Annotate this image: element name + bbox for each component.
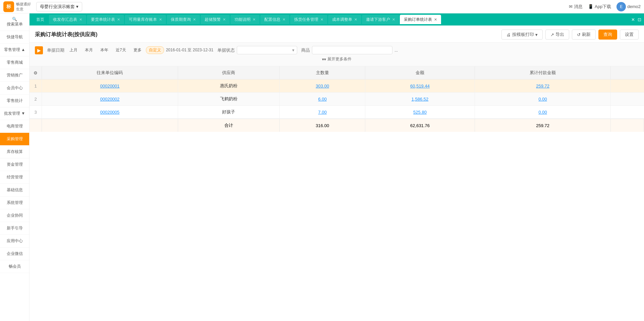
tab-bar: 首页 收发存汇总表 ✕ 要货单统计表 ✕ 可用量库存账本 ✕ 保质期查询 ✕ 超… — [30, 13, 644, 25]
sidebar-item-vip[interactable]: 畅会员 — [0, 260, 29, 273]
tab-close-icon[interactable]: ✕ — [253, 17, 256, 22]
tab-close-icon[interactable]: ✕ — [320, 17, 323, 22]
sidebar-item-quick-nav[interactable]: 快捷导航 — [0, 31, 29, 44]
sidebar-item-retail-shop[interactable]: 零售商城 — [0, 56, 29, 69]
table-row: 3 00020005 好孩子 7.00 525.80 0.00 — [30, 106, 644, 119]
last-7-days-btn[interactable]: 近7天 — [113, 46, 129, 54]
filter-row: ▶ 单据日期 上月 本月 本年 近7天 更多 自定义 2016-01-01 — [35, 46, 639, 54]
sidebar-item-purchase[interactable]: 采购管理 — [0, 133, 29, 146]
footer-label-cell: 合计 — [178, 119, 279, 132]
tab-config-info[interactable]: 配置信息 ✕ — [260, 15, 289, 24]
tab-purchase-stats[interactable]: 采购订单统计表 ✕ — [400, 15, 441, 24]
row-quantity-cell: 7.00 — [280, 106, 365, 119]
sidebar-item-ecommerce[interactable]: 电商管理 — [0, 120, 29, 133]
tab-close-icon[interactable]: ✕ — [117, 17, 120, 22]
footer-empty-cell2 — [42, 119, 178, 132]
user-menu[interactable]: E demo2 — [616, 2, 641, 11]
query-btn[interactable]: 查询 — [598, 30, 617, 40]
settings-btn[interactable]: 设置 — [620, 30, 639, 40]
last-month-btn[interactable]: 上月 — [66, 46, 80, 54]
table-container: ⚙ 往来单位编码 供应商 主数量 金额 累计付款金额 1 00020001 — [30, 66, 644, 321]
more-filter-btn[interactable]: ... — [394, 48, 398, 53]
tab-inventory-ledger[interactable]: 可用量库存账本 ✕ — [125, 15, 166, 24]
settings-column-header[interactable]: ⚙ — [30, 66, 42, 79]
custom-date-btn[interactable]: 自定义 — [146, 46, 164, 54]
sidebar-item-search[interactable]: 🔍 搜索菜单 — [0, 13, 29, 31]
tab-bar-actions: ✕ ⊡ — [631, 17, 641, 22]
tab-home[interactable]: 首页 — [32, 15, 48, 24]
tab-task-mgmt[interactable]: 拣货任务管理 ✕ — [290, 15, 327, 24]
toggle-filter-btn[interactable]: ▶ — [35, 46, 43, 54]
row-code-cell: 00020005 — [42, 106, 178, 119]
refresh-icon: ↺ — [577, 32, 581, 37]
row-extra-cell — [611, 93, 644, 106]
goods-filter-group: 商品 ... — [301, 46, 398, 54]
sidebar-item-finance[interactable]: 资金管理 — [0, 158, 29, 171]
message-btn[interactable]: ✉ 消息 — [569, 4, 583, 10]
sidebar-item-inventory[interactable]: 库存核算 — [0, 146, 29, 158]
logo-icon: 标 — [3, 1, 14, 12]
expand-conditions-btn[interactable]: ▾▾ 展开更多条件 — [322, 56, 352, 62]
maximize-icon[interactable]: ⊡ — [638, 17, 641, 22]
table-row: 1 00020001 惠氏奶粉 303.00 60,519.44 259.72 — [30, 79, 644, 93]
tab-expiry-query[interactable]: 保质期查询 ✕ — [167, 15, 200, 24]
sidebar-item-operations[interactable]: 经营管理 — [0, 171, 29, 184]
row-code-cell: 00020002 — [42, 93, 178, 106]
tab-close-icon[interactable]: ✕ — [434, 17, 437, 22]
this-year-btn[interactable]: 本年 — [97, 46, 111, 54]
sidebar-item-retail-mgmt[interactable]: 零售管理 ▲ — [0, 44, 29, 56]
export-icon: ↗ — [550, 32, 554, 37]
sidebar-item-app-center[interactable]: 应用中心 — [0, 235, 29, 248]
status-select[interactable] — [237, 46, 297, 54]
sidebar-item-wechat[interactable]: 企业微信 — [0, 248, 29, 260]
refresh-btn[interactable]: ↺ 刷新 — [572, 30, 596, 40]
goods-filter-label: 商品 — [301, 47, 310, 53]
export-btn[interactable]: ↗ 导出 — [545, 30, 569, 40]
this-month-btn[interactable]: 本月 — [82, 46, 96, 54]
search-icon: 🔍 — [12, 17, 17, 21]
sidebar-item-basic-info[interactable]: 基础信息 — [0, 184, 29, 197]
row-paid-cell: 0.00 — [475, 93, 611, 106]
tab-receive-summary[interactable]: 收发存汇总表 ✕ — [49, 15, 86, 24]
sidebar-item-newbie[interactable]: 新手引导 — [0, 222, 29, 235]
tab-close-icon[interactable]: ✕ — [354, 17, 357, 22]
tab-cost-adjust[interactable]: 成本调整单 ✕ — [328, 15, 361, 24]
tab-overstock-alert[interactable]: 超储预警 ✕ — [201, 15, 230, 24]
close-tab-icon[interactable]: ✕ — [631, 17, 635, 22]
workspace-selector[interactable]: 母婴行业演示账套 ▾ — [36, 2, 82, 11]
goods-input[interactable] — [312, 46, 392, 54]
message-icon: ✉ — [569, 4, 573, 9]
row-amount-cell: 60,519.44 — [365, 79, 475, 93]
table-header-row: ⚙ 往来单位编码 供应商 主数量 金额 累计付款金额 — [30, 66, 644, 79]
tab-close-icon[interactable]: ✕ — [282, 17, 285, 22]
supplier-column-header: 供应商 — [178, 66, 279, 79]
tab-close-icon[interactable]: ✕ — [223, 17, 226, 22]
tab-close-icon[interactable]: ✕ — [392, 17, 395, 22]
tab-close-icon[interactable]: ✕ — [193, 17, 196, 22]
sidebar-item-enterprise[interactable]: 企业协同 — [0, 209, 29, 222]
sidebar-item-marketing[interactable]: 营销推广 — [0, 69, 29, 82]
sidebar-item-wholesale[interactable]: 批发管理 ▼ — [0, 107, 29, 120]
app-download-btn[interactable]: 📱 App下载 — [588, 4, 611, 10]
tab-close-icon[interactable]: ✕ — [79, 17, 82, 22]
row-supplier-cell: 好孩子 — [178, 106, 279, 119]
row-index-cell: 2 — [30, 93, 42, 106]
row-code-cell: 00020001 — [42, 79, 178, 93]
tab-order-summary[interactable]: 要货单统计表 ✕ — [87, 15, 124, 24]
more-date-btn[interactable]: 更多 — [130, 46, 145, 54]
sidebar-item-system[interactable]: 系统管理 — [0, 197, 29, 209]
status-filter-group: 单据状态 — [217, 46, 297, 54]
sidebar-item-retail-stats[interactable]: 零售统计 — [0, 95, 29, 107]
filter-bar: ▶ 单据日期 上月 本月 本年 近7天 更多 自定义 2016-01-01 — [30, 43, 644, 66]
print-template-btn[interactable]: 🖨 按模板打印 ▾ — [501, 30, 543, 40]
row-index-cell: 1 — [30, 79, 42, 93]
printer-icon: 🖨 — [506, 32, 511, 37]
page-actions: 🖨 按模板打印 ▾ ↗ 导出 ↺ 刷新 查询 — [501, 30, 639, 40]
top-right: ✉ 消息 📱 App下载 E demo2 — [569, 2, 641, 11]
date-shortcuts: 上月 本月 本年 近7天 更多 自定义 — [66, 46, 164, 54]
tab-invite-downstream[interactable]: 邀请下游客户 ✕ — [362, 15, 399, 24]
tab-function-desc[interactable]: 功能说明 ✕ — [230, 15, 260, 24]
mobile-icon: 📱 — [588, 4, 593, 9]
sidebar-item-member[interactable]: 会员中心 — [0, 82, 29, 95]
tab-close-icon[interactable]: ✕ — [159, 17, 162, 22]
